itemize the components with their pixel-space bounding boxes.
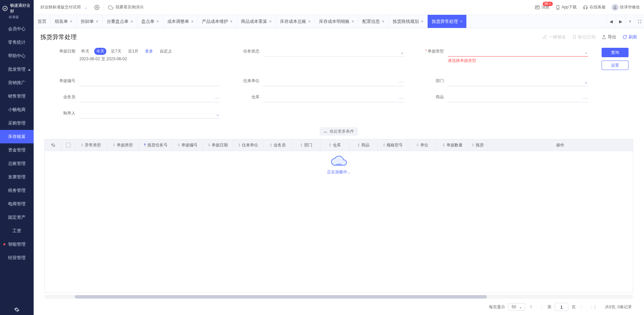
- col-spec[interactable]: ▲▼规格型号: [378, 139, 408, 151]
- sidebar-item-purchase[interactable]: 采购管理: [0, 116, 34, 130]
- next-page-button[interactable]: 〉: [579, 304, 586, 310]
- fullscreen-button[interactable]: [635, 15, 644, 28]
- export-button[interactable]: 导出: [602, 34, 616, 40]
- app-selector[interactable]: 好业财标准版交付试用 ⌄: [38, 3, 90, 11]
- close-icon[interactable]: ×: [269, 19, 272, 24]
- salesman-select[interactable]: ···: [79, 94, 220, 102]
- demo-link[interactable]: 我要看实例演示: [108, 4, 144, 10]
- tab-assembly[interactable]: 组装单×: [51, 15, 77, 28]
- col-doc-no[interactable]: ▲▼单据编号: [173, 139, 203, 151]
- sidebar-item-ecommerce[interactable]: 小畅电商: [0, 103, 34, 116]
- tab-config[interactable]: 配置信息×: [358, 15, 389, 28]
- sidebar-item-operation[interactable]: 经营管理: [0, 251, 34, 265]
- tab-goods-cost-recalc[interactable]: 商品成本重算×: [237, 15, 276, 28]
- sidebar-item-help[interactable]: 帮助中心: [0, 49, 34, 63]
- col-exception-type[interactable]: ▲▼异常类型: [75, 139, 107, 151]
- sidebar-item-inventory-cost[interactable]: 库存核算: [0, 130, 34, 143]
- close-icon[interactable]: ×: [460, 19, 462, 24]
- tab-inv-cost-detail[interactable]: 库存成本明细账×: [315, 15, 358, 28]
- horizontal-scrollbar[interactable]: [44, 295, 633, 299]
- tabs-next-button[interactable]: ▶: [616, 15, 625, 28]
- col-product[interactable]: ▲▼商品: [349, 139, 378, 151]
- close-icon[interactable]: ×: [156, 19, 159, 24]
- settings-button[interactable]: 设置: [602, 61, 629, 70]
- chip-last7[interactable]: 近7天: [109, 48, 123, 55]
- col-dept[interactable]: ▲▼部门: [292, 139, 321, 151]
- warehouse-select[interactable]: ···: [263, 94, 404, 102]
- creator-select[interactable]: ⌄: [79, 110, 220, 118]
- tabs-close-all-button[interactable]: ×: [625, 15, 635, 28]
- tabs-prev-button[interactable]: ◀: [606, 15, 616, 28]
- chip-more[interactable]: 更多: [143, 48, 155, 55]
- sidebar-item-smart[interactable]: 智能管理: [0, 238, 34, 251]
- close-icon[interactable]: ×: [352, 19, 354, 24]
- user-menu[interactable]: 徐泽华修改: [612, 4, 640, 11]
- query-button[interactable]: 查询: [602, 48, 629, 57]
- col-warehouse[interactable]: ▲▼仓库: [321, 139, 349, 151]
- col-doc-date[interactable]: ▲▼单据日期: [203, 139, 233, 151]
- sidebar-item-funds[interactable]: 资金管理: [0, 143, 34, 157]
- first-page-button[interactable]: K: [529, 305, 534, 309]
- sidebar-item-ledger[interactable]: 总账管理: [0, 157, 34, 170]
- close-icon[interactable]: ×: [308, 19, 311, 24]
- sidebar-settings[interactable]: [0, 304, 34, 315]
- support-button[interactable]: 在线客服: [583, 4, 606, 10]
- sidebar-item-invoice[interactable]: 发票管理: [0, 170, 34, 184]
- tab-cost-adjust[interactable]: 成本调整单×: [163, 15, 198, 28]
- close-icon[interactable]: ×: [421, 19, 423, 24]
- close-icon[interactable]: ×: [70, 19, 72, 24]
- gear-icon: [14, 307, 20, 312]
- sidebar-item-fixed-assets[interactable]: 固定资产: [0, 211, 34, 224]
- sidebar-item-sales[interactable]: 销售管理: [0, 90, 34, 103]
- close-icon[interactable]: ×: [96, 19, 98, 24]
- page-input[interactable]: [555, 303, 568, 311]
- collapse-button[interactable]: ︽收起更多条件: [320, 127, 358, 136]
- tab-stocktake[interactable]: 盘点单×: [137, 15, 163, 28]
- sidebar-item-marketing[interactable]: 营销推广: [0, 76, 34, 90]
- sidebar-item-retail-stats[interactable]: 零售统计: [0, 36, 34, 49]
- last-page-button[interactable]: 〉|: [589, 304, 597, 310]
- col-pick-qty[interactable]: ▲▼拣货: [469, 139, 487, 151]
- chip-yesterday[interactable]: 昨天: [79, 48, 92, 55]
- tab-home[interactable]: 首页: [34, 15, 51, 28]
- col-partner[interactable]: ▲▼往来单位: [233, 139, 263, 151]
- filter-label-doc-no: 单据编号: [49, 77, 79, 84]
- refresh-button[interactable]: 刷新: [622, 34, 637, 40]
- tab-partial-stocktake[interactable]: 分量盘点单×: [103, 15, 137, 28]
- sidebar-item-wholesale[interactable]: 批发管理▲: [0, 63, 34, 76]
- sidebar-item-salary[interactable]: 工资: [0, 224, 34, 238]
- chip-today[interactable]: 今天: [94, 48, 106, 55]
- product-select[interactable]: ···: [448, 94, 588, 102]
- tab-pick-exception[interactable]: 拣货异常处理×: [428, 15, 467, 28]
- tab-pick-route[interactable]: 拣货路线规划×: [389, 15, 428, 28]
- prev-page-button[interactable]: 〈: [537, 304, 544, 310]
- dept-select[interactable]: ⌄: [448, 77, 588, 86]
- column-settings-button[interactable]: [45, 139, 62, 151]
- messages-button[interactable]: 消息 99 +: [535, 4, 549, 10]
- col-unit[interactable]: ▲▼单位: [408, 139, 437, 151]
- sidebar-item-member[interactable]: 会员中心: [0, 22, 34, 36]
- close-icon[interactable]: ×: [191, 19, 193, 24]
- close-icon[interactable]: ×: [382, 19, 384, 24]
- sidebar-item-ecom-mgmt[interactable]: 电商管理: [0, 197, 34, 211]
- col-salesman[interactable]: ▲▼业务员: [263, 139, 292, 151]
- doc-type-select[interactable]: ⌄: [448, 48, 588, 57]
- settings-button[interactable]: [94, 5, 100, 10]
- close-icon[interactable]: ×: [230, 19, 232, 24]
- app-download-button[interactable]: App下载: [556, 4, 577, 10]
- tab-inv-cost-ledger[interactable]: 库存成本总账×: [276, 15, 315, 28]
- col-doc-type[interactable]: ▲▼单据类型: [107, 139, 139, 151]
- close-icon[interactable]: ×: [131, 19, 133, 24]
- tab-disassembly[interactable]: 拆卸单×: [77, 15, 103, 28]
- doc-no-input[interactable]: [79, 77, 220, 86]
- task-status-select[interactable]: ⌄: [263, 48, 404, 57]
- select-all-checkbox[interactable]: [62, 139, 75, 151]
- partner-select[interactable]: ···: [263, 77, 404, 86]
- chip-last1m[interactable]: 近1月: [126, 48, 141, 55]
- col-doc-qty[interactable]: ▲▼单据数量: [437, 139, 469, 151]
- per-page-select[interactable]: 50⌄: [508, 303, 525, 311]
- sidebar-item-tax[interactable]: 税务管理: [0, 184, 34, 197]
- chip-custom[interactable]: 自定义: [158, 48, 174, 55]
- tab-product-cost[interactable]: 产品成本维护×: [198, 15, 237, 28]
- col-pick-task-no[interactable]: ▲▼拣货任务号: [139, 139, 173, 151]
